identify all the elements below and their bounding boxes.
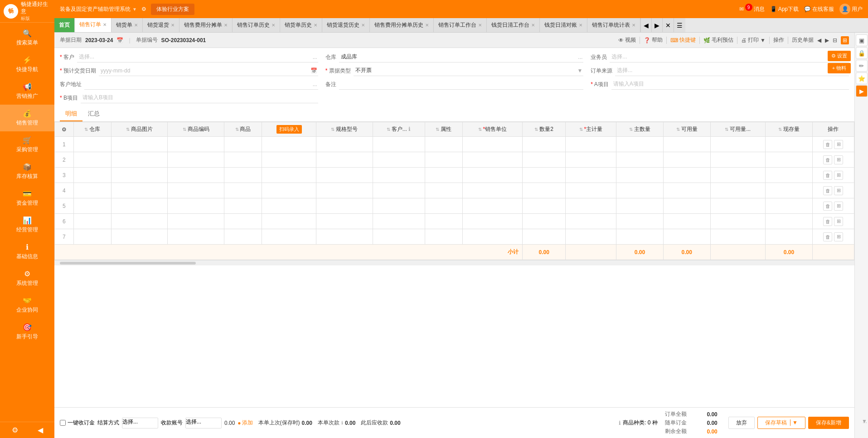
tab-sales-order[interactable]: 销售订单 ✕ [75, 18, 112, 33]
th-attr[interactable]: 属性 [425, 122, 462, 137]
operations-btn[interactable]: 操作 [773, 36, 784, 44]
th-unit[interactable]: *销售单位 [462, 122, 523, 137]
a-project-input[interactable]: 请输入A项目 [611, 79, 849, 90]
sidebar-item-basic[interactable]: ℹ 基础信息 [0, 238, 54, 265]
invoice-select[interactable]: 不开票 ▼ [354, 65, 584, 76]
save-draft-dropdown-icon[interactable]: ▼ [790, 419, 798, 426]
copy-row-btn[interactable]: ⊞ [834, 140, 843, 149]
calendar-icon[interactable]: 📅 [310, 67, 317, 74]
row-main-qty[interactable] [616, 137, 663, 152]
th-main-unit[interactable]: *主计量 [566, 122, 616, 137]
rp-edit-btn[interactable]: ✏ [856, 60, 868, 72]
delete-row-btn[interactable]: 🗑 [823, 155, 832, 164]
row-spec[interactable] [316, 137, 373, 152]
row-main-unit[interactable] [566, 137, 616, 152]
th-available2[interactable]: 可用量... [710, 122, 765, 137]
row-attr[interactable] [425, 137, 462, 152]
delete-row-btn[interactable]: 🗑 [823, 140, 832, 149]
copy-row-btn[interactable]: ⊞ [834, 232, 843, 241]
delete-row-btn[interactable]: 🗑 [823, 171, 832, 180]
sidebar-item-finance[interactable]: 💳 资金管理 [0, 185, 54, 212]
add-payment-btn[interactable]: ● 添加 [238, 419, 252, 427]
sidebar-collapse-icon[interactable]: ◀ [38, 426, 43, 434]
layout-btn[interactable]: ⊟ [833, 37, 837, 43]
message-item[interactable]: ✉ 9 消息 [739, 5, 765, 13]
save-new-btn[interactable]: 保存&新增 [808, 417, 849, 429]
tab-sales-return[interactable]: 销货退货 ✕ [143, 18, 179, 33]
account-select[interactable]: 选择... ... [185, 418, 222, 428]
delete-row-btn[interactable]: 🗑 [823, 232, 832, 241]
help-btn[interactable]: ❓ 帮助 [644, 36, 663, 44]
th-image[interactable]: 商品图片 [111, 122, 168, 137]
note-input[interactable] [339, 79, 584, 90]
next-record-btn[interactable]: ▶ [825, 37, 829, 43]
th-warehouse[interactable]: 仓库 [73, 122, 111, 137]
sidebar-settings-icon[interactable]: ⚙ [12, 426, 18, 434]
customer-input[interactable]: 选择... ... [77, 52, 318, 63]
tab-menu-btn[interactable]: ☰ [674, 18, 685, 33]
th-config[interactable]: ⚙ [55, 122, 74, 137]
online-service-item[interactable]: 💬 在线客服 [804, 5, 834, 13]
sidebar-item-purchase[interactable]: 🛒 采购管理 [0, 131, 54, 158]
delete-row-btn[interactable]: 🗑 [823, 186, 832, 195]
th-code[interactable]: 商品编码 [168, 122, 224, 137]
sidebar-item-guide[interactable]: 🎯 新手引导 [0, 318, 54, 345]
th-qty2[interactable]: 数量2 [523, 122, 566, 137]
th-spec[interactable]: 规格型号 [316, 122, 373, 137]
orange-layout-btn[interactable]: ⊞ [841, 36, 849, 44]
industry-btn[interactable]: 体验行业方案 [151, 4, 194, 15]
row-unit[interactable] [462, 137, 523, 152]
delete-row-btn[interactable]: 🗑 [823, 202, 832, 211]
sidebar-item-quicknav[interactable]: ⚡ 快捷导航 [0, 51, 54, 78]
tab-daily-reconcile[interactable]: 钱货日清对账 ✕ [540, 18, 587, 33]
delete-row-btn[interactable]: 🗑 [823, 217, 832, 226]
tab-close-icon[interactable]: ✕ [272, 23, 275, 28]
row-product[interactable] [224, 137, 262, 152]
b-project-input[interactable]: 请输入B项目 [81, 92, 318, 103]
staff-input[interactable]: 选择... ... [610, 52, 849, 63]
tab-goods-history[interactable]: 销货单历史 ✕ [280, 18, 322, 33]
shortcut-btn[interactable]: ⌨ 快捷键 [670, 36, 696, 44]
user-item[interactable]: 👤 用户 [839, 4, 863, 14]
invoice-dropdown-icon[interactable]: ▼ [577, 67, 582, 74]
tab-detail[interactable]: 明细 [60, 107, 82, 121]
table-container[interactable]: ⚙ 仓库 商品图片 商品编码 商品 扫码录入 规格型号 客户... ℹ [54, 122, 854, 407]
warehouse-input[interactable]: 成品库 ... [339, 52, 584, 63]
rp-play-btn[interactable]: ▶ [856, 85, 868, 97]
customer-more-icon[interactable]: ... [313, 54, 317, 60]
tab-sales-stats[interactable]: 销售订单统计表 ✕ [587, 18, 640, 33]
tab-return-history[interactable]: 销货退货历史 ✕ [322, 18, 370, 33]
order-source-input[interactable]: 选择... ▼ [615, 65, 849, 76]
copy-row-btn[interactable]: ⊞ [834, 217, 843, 226]
profit-btn[interactable]: 🌿 毛利预估 [703, 36, 733, 44]
th-main-qty[interactable]: 主数量 [616, 122, 663, 137]
tab-close-icon[interactable]: ✕ [171, 23, 175, 28]
tab-next-btn[interactable]: ▶ [651, 18, 662, 33]
warehouse-more-icon[interactable]: ... [578, 54, 582, 60]
sidebar-item-collab[interactable]: 🤝 企业协同 [0, 292, 54, 318]
view-btn[interactable]: 👁 视频 [618, 36, 636, 44]
sidebar-item-system[interactable]: ⚙ 系统管理 [0, 265, 54, 292]
row-customer-code[interactable] [373, 137, 425, 152]
copy-row-btn[interactable]: ⊞ [834, 171, 843, 180]
sidebar-item-sales[interactable]: 💰 销售管理 [0, 105, 54, 131]
tab-summary[interactable]: 汇总 [82, 107, 105, 121]
add-material-btn[interactable]: + 物料 [828, 63, 851, 73]
copy-row-btn[interactable]: ⊞ [834, 202, 843, 211]
th-customer-code[interactable]: 客户... ℹ [373, 122, 425, 137]
tab-close-icon[interactable]: ✕ [361, 23, 365, 28]
address-input[interactable]: ... [84, 79, 318, 90]
tab-daily-workspace[interactable]: 钱货日清工作台 ✕ [487, 18, 540, 33]
horizontal-scrollbar[interactable] [54, 260, 854, 265]
row-warehouse[interactable] [73, 137, 111, 152]
tab-close-icon[interactable]: ✕ [314, 23, 317, 28]
tab-close-icon[interactable]: ✕ [224, 23, 228, 28]
discard-btn[interactable]: 放弃 [728, 417, 755, 429]
tab-close-icon[interactable]: ✕ [478, 23, 482, 28]
row-qty2[interactable] [523, 137, 566, 152]
tab-close-icon[interactable]: ✕ [579, 23, 582, 28]
th-available[interactable]: 可用量 [663, 122, 710, 137]
scroll-thumb[interactable] [60, 262, 196, 265]
copy-row-btn[interactable]: ⊞ [834, 186, 843, 195]
barcode-btn[interactable]: 扫码录入 [276, 125, 302, 134]
